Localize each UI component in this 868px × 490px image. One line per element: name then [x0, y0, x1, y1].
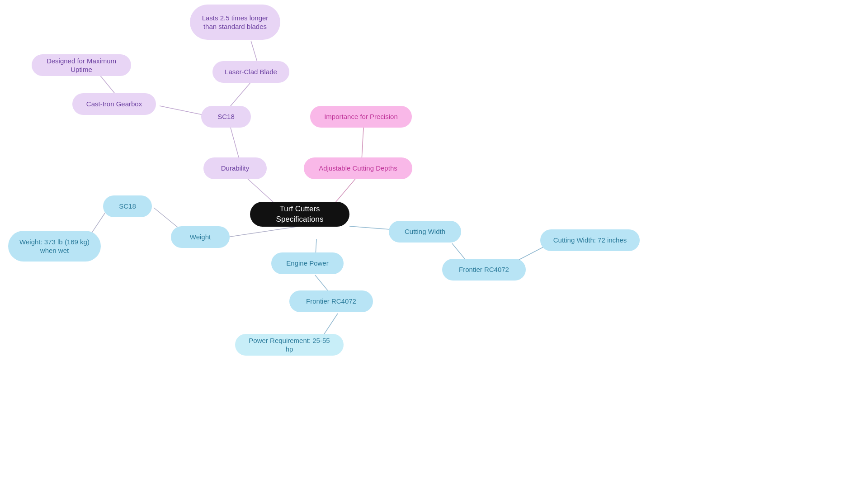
svg-line-8 — [160, 106, 206, 115]
svg-line-7 — [251, 41, 258, 63]
center-node: Turf Cutters Specifications — [250, 202, 349, 227]
frontier-rc4072-width-node: Frontier RC4072 — [442, 259, 526, 281]
laser-clad-blade-node: Laser-Clad Blade — [212, 61, 289, 83]
frontier-rc4072-engine-node: Frontier RC4072 — [289, 290, 373, 312]
sc18-bottom-node: SC18 — [103, 195, 152, 217]
weight-node: Weight — [171, 226, 230, 248]
cast-iron-gearbox-node: Cast-Iron Gearbox — [72, 93, 156, 115]
engine-power-node: Engine Power — [271, 252, 344, 274]
mind-map-connections — [0, 0, 868, 490]
sc18-top-node: SC18 — [201, 106, 251, 128]
importance-precision-node: Importance for Precision — [310, 106, 412, 128]
cutting-width-node: Cutting Width — [389, 221, 461, 243]
durability-node: Durability — [203, 157, 267, 179]
adjustable-cutting-depths-node: Adjustable Cutting Depths — [304, 157, 412, 179]
weight-value-node: Weight: 373 lb (169 kg) when wet — [8, 231, 101, 262]
svg-line-11 — [154, 208, 181, 230]
designed-uptime-node: Designed for Maximum Uptime — [32, 54, 131, 76]
power-requirement-node: Power Requirement: 25-55 hp — [235, 334, 344, 356]
lasts-longer-node: Lasts 2.5 times longer than standard bla… — [190, 5, 280, 40]
cutting-width-72-node: Cutting Width: 72 inches — [540, 229, 640, 251]
